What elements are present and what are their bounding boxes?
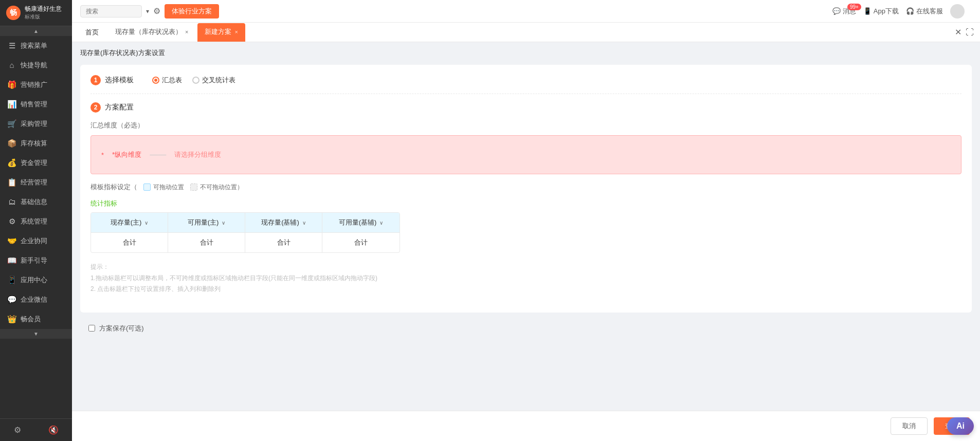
topbar-left: ▾ ⚙ 体验行业方案 (80, 4, 219, 19)
stats-header-cell-3[interactable]: 可用量(基辅) ∨ (322, 213, 400, 232)
close-tab-icon[interactable]: ✕ (955, 27, 961, 37)
sidebar-item-system[interactable]: ⚙ 系统管理 (0, 212, 72, 231)
topbar-gear-icon[interactable]: ⚙ (153, 6, 160, 16)
sidebar-item-sales[interactable]: 📊 销售管理 (0, 95, 72, 114)
avatar[interactable] (950, 4, 965, 19)
template-option-cross[interactable]: 交叉统计表 (192, 76, 235, 85)
radio-summary-label: 汇总表 (162, 76, 182, 85)
sidebar-item-purchase[interactable]: 🛒 采购管理 (0, 114, 72, 134)
sidebar-item-label-basic-info: 基础信息 (21, 197, 47, 207)
radio-cross-label: 交叉统计表 (202, 76, 235, 85)
sidebar-item-label-search-menu: 搜索菜单 (21, 41, 47, 50)
ai-float-button[interactable]: Ai (947, 417, 974, 435)
expand-tab-icon[interactable]: ⛶ (966, 28, 974, 37)
stats-header-label-2: 现存量(基辅) (261, 218, 299, 227)
save-plan-checkbox[interactable] (88, 325, 95, 332)
page-title: 现存量(库存状况表)方案设置 (80, 48, 972, 58)
sidebar: 畅 畅康通好生意 标准版 ▲ ☰ 搜索菜单 ⌂ 快捷导航 🎁 营销推广 📊 销售… (0, 0, 72, 441)
dim-separator: —— (150, 150, 166, 159)
section2-header: 2 方案配置 (90, 102, 961, 113)
chevron-down-icon-3: ∨ (379, 220, 383, 226)
dim-placeholder[interactable]: 请选择分组维度 (174, 150, 221, 159)
sidebar-item-member[interactable]: 👑 畅会员 (0, 309, 72, 329)
stats-header-row: 现存量(主) ∨ 可用量(主) ∨ 现存量(基辅) ∨ (91, 213, 400, 232)
industry-solution-button[interactable]: 体验行业方案 (165, 4, 219, 19)
notifications-button[interactable]: 💬 消息 99+ (832, 7, 856, 16)
sidebar-item-search-menu[interactable]: ☰ 搜索菜单 (0, 36, 72, 56)
marketing-icon: 🎁 (7, 80, 16, 89)
main-area: ▾ ⚙ 体验行业方案 💬 消息 99+ 📱 App下载 🎧 在线客服 (72, 0, 980, 441)
stats-header-label-1: 可用量(主) (188, 218, 219, 227)
tips-item-0: 1.拖动标题栏可以调整布局，不可跨维度或指标区域拖动栏目字段(只能在同一维度或指… (90, 273, 961, 284)
sidebar-item-basic-info[interactable]: 🗂 基础信息 (0, 192, 72, 212)
new-guide-icon: 📖 (7, 256, 16, 265)
tab-new-plan[interactable]: 新建方案 × (197, 23, 245, 42)
non-draggable-legend-block (190, 183, 197, 191)
stats-header-cell-2[interactable]: 现存量(基辅) ∨ (245, 213, 322, 232)
content-area: 现存量(库存状况表)方案设置 1 选择模板 汇总表 交叉统计表 (72, 42, 980, 411)
stats-header-cell-1[interactable]: 可用量(主) ∨ (168, 213, 245, 232)
stats-table: 现存量(主) ∨ 可用量(主) ∨ 现存量(基辅) ∨ (90, 212, 400, 253)
sidebar-item-label-marketing: 营销推广 (21, 80, 47, 89)
sidebar-item-label-cooperation: 企业协同 (21, 236, 47, 246)
stats-header-cell-0[interactable]: 现存量(主) ∨ (91, 213, 168, 232)
stats-data-cell-0-2: 合计 (245, 233, 322, 252)
customer-service-button[interactable]: 🎧 在线客服 (906, 7, 943, 16)
sidebar-item-marketing[interactable]: 🎁 营销推广 (0, 75, 72, 95)
sidebar-item-label-inventory: 库存核算 (21, 139, 47, 148)
topbar: ▾ ⚙ 体验行业方案 💬 消息 99+ 📱 App下载 🎧 在线客服 (72, 0, 980, 23)
sidebar-item-enterprise-wechat[interactable]: 💬 企业微信 (0, 290, 72, 309)
stats-header-label-0: 现存量(主) (111, 218, 142, 227)
dropdown-arrow-icon: ▾ (146, 8, 149, 15)
tab-inventory-status[interactable]: 现存量（库存状况表） × (108, 23, 195, 42)
sidebar-item-finance[interactable]: 💰 资金管理 (0, 153, 72, 173)
sidebar-scroll-down[interactable]: ▼ (0, 329, 72, 339)
sidebar-item-cooperation[interactable]: 🤝 企业协同 (0, 231, 72, 251)
dim-vertical-label: *纵向维度 (112, 150, 141, 159)
topbar-search-input[interactable] (80, 5, 142, 17)
inventory-icon: 📦 (7, 139, 16, 148)
template-option-summary[interactable]: 汇总表 (152, 76, 182, 85)
chevron-down-icon-2: ∨ (302, 220, 306, 226)
radio-cross-icon (192, 77, 199, 84)
sidebar-item-quick-nav[interactable]: ⌂ 快捷导航 (0, 56, 72, 75)
tab-inventory-status-close-icon[interactable]: × (185, 29, 188, 35)
save-plan-label: 方案保存(可选) (99, 324, 144, 333)
sidebar-item-business[interactable]: 📋 经营管理 (0, 173, 72, 192)
tab-home[interactable]: 首页 (78, 24, 106, 41)
app-center-icon: 📱 (7, 275, 16, 285)
sidebar-item-new-guide[interactable]: 📖 新手引导 (0, 251, 72, 270)
content-footer: 方案保存(可选) (80, 319, 972, 338)
mute-icon[interactable]: 🔇 (43, 423, 64, 437)
draggable-legend-block (143, 183, 151, 191)
logo-icon: 畅 (6, 6, 21, 20)
sidebar-item-inventory[interactable]: 📦 库存核算 (0, 134, 72, 153)
section2-num: 2 (90, 102, 101, 113)
app-download-button[interactable]: 📱 App下载 (863, 7, 899, 16)
template-options: 汇总表 交叉统计表 (152, 76, 235, 85)
sidebar-scroll-up[interactable]: ▲ (0, 26, 72, 36)
chevron-down-icon-1: ∨ (222, 220, 225, 226)
cooperation-icon: 🤝 (7, 236, 16, 246)
plan-config-section: 汇总维度（必选） * *纵向维度 —— 请选择分组维度 模板指标设定（ 可拖动位… (90, 121, 961, 295)
topbar-dropdown[interactable]: ▾ (146, 8, 149, 15)
sidebar-item-label-business: 经营管理 (21, 178, 47, 187)
enterprise-wechat-icon: 💬 (7, 295, 16, 304)
stats-data-cell-0-1: 合计 (168, 233, 245, 252)
sidebar-item-label-new-guide: 新手引导 (21, 256, 47, 265)
sidebar-item-label-sales: 销售管理 (21, 100, 47, 109)
settings-icon[interactable]: ⚙ (9, 423, 26, 437)
customer-service-label: 在线客服 (916, 7, 943, 16)
radio-summary-icon (152, 77, 159, 84)
sidebar-item-app-center[interactable]: 📱 应用中心 (0, 270, 72, 290)
sidebar-item-label-app-center: 应用中心 (21, 275, 47, 285)
cancel-button[interactable]: 取消 (891, 417, 928, 435)
stats-table-section: 统计指标 现存量(主) ∨ 可用量(主) ∨ (90, 199, 961, 254)
sidebar-item-label-member: 畅会员 (21, 315, 41, 324)
tips-section: 提示： 1.拖动标题栏可以调整布局，不可跨维度或指标区域拖动栏目字段(只能在同一… (90, 262, 961, 295)
tabs-bar: 首页 现存量（库存状况表） × 新建方案 × ✕ ⛶ (72, 23, 980, 42)
dimension-box: * *纵向维度 —— 请选择分组维度 (90, 135, 961, 174)
tab-new-plan-close-icon[interactable]: × (234, 29, 238, 35)
indicators-label: 模板指标设定（ 可拖动位置 不可拖动位置） (90, 182, 961, 192)
sales-icon: 📊 (7, 100, 16, 109)
